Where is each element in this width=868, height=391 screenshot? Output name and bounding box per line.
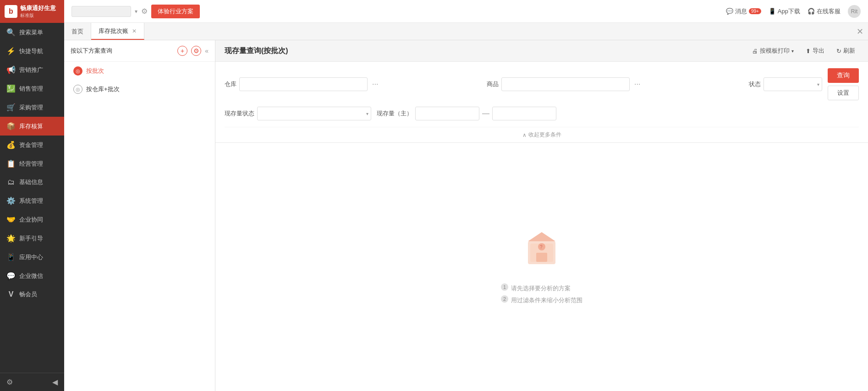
filter-row-2: 现存量状态 全部 有库存 无库存 ▾ 现存量（主） xyxy=(225,107,859,120)
status-filter-group: 状态 全部 正常 停用 ▾ xyxy=(749,77,822,91)
print-dropdown-icon[interactable]: ▾ xyxy=(791,49,794,54)
tip-number-2: 2 xyxy=(501,295,508,303)
print-template-label: 按模板打印 xyxy=(760,47,790,55)
experience-btn[interactable]: 体验行业方案 xyxy=(151,5,200,18)
print-template-btn[interactable]: 🖨 按模板打印 ▾ xyxy=(748,45,797,57)
settings-button[interactable]: 设置 xyxy=(828,86,859,100)
top-nav-right: 💬 消息 99+ 📱 App下载 🎧 在线客服 Rit xyxy=(726,5,861,18)
sidebar-item-operations[interactable]: 📋 经营管理 xyxy=(0,154,64,173)
stock-status-select-wrap: 全部 有库存 无库存 ▾ xyxy=(257,107,371,120)
sidebar-label-newbie: 新手引导 xyxy=(19,234,43,243)
collapse-sidebar-icon[interactable]: ◀ xyxy=(52,378,58,386)
sidebar-item-search[interactable]: 🔍 搜索菜单 xyxy=(0,23,64,42)
sidebar-item-wechat[interactable]: 💬 企业微信 xyxy=(0,266,64,285)
batch-plan-icon: ◎ xyxy=(73,66,82,76)
stock-qty-max-input[interactable] xyxy=(492,107,556,120)
tip-item-1: 1 请先选择要分析的方案 xyxy=(501,282,582,294)
settings-footer-icon[interactable]: ⚙ xyxy=(6,378,13,386)
warehouse-batch-plan-label: 按仓库+批次 xyxy=(86,85,120,93)
sidebar-item-basic[interactable]: 🗂 基础信息 xyxy=(0,173,64,191)
sidebar-item-enterprise[interactable]: 🤝 企业协同 xyxy=(0,210,64,229)
sidebar-label-purchase: 采购管理 xyxy=(19,103,43,112)
vip-icon: V xyxy=(6,290,16,299)
right-panel: 现存量查询(按批次) 🖨 按模板打印 ▾ ⬆ 导出 ↻ 刷新 xyxy=(215,40,868,391)
sidebar-nav: 🔍 搜索菜单 ⚡ 快捷导航 📢 营销推广 💹 销售管理 🛒 采购管理 📦 库存核… xyxy=(0,23,64,373)
refresh-btn[interactable]: ↻ 刷新 xyxy=(833,45,859,57)
user-nav-item[interactable]: Rit xyxy=(848,5,861,18)
product-input[interactable] xyxy=(501,77,630,91)
warehouse-input[interactable] xyxy=(239,77,368,91)
tip-text-1: 请先选择要分析的方案 xyxy=(511,282,571,294)
tip-number-1: 1 xyxy=(501,283,508,291)
message-badge: 99+ xyxy=(749,8,761,14)
sidebar-item-marketing[interactable]: 📢 营销推广 xyxy=(0,60,64,79)
sidebar-item-inventory[interactable]: 📦 库存核算 xyxy=(0,117,64,136)
collapse-more-btn[interactable]: ∧ 收起更多条件 xyxy=(225,127,859,142)
svg-rect-3 xyxy=(536,253,547,262)
stock-status-select[interactable]: 全部 有库存 无库存 xyxy=(257,107,371,120)
sidebar-item-appstore[interactable]: 📱 应用中心 xyxy=(0,248,64,266)
plan-by-warehouse-batch[interactable]: ◎ 按仓库+批次 xyxy=(64,80,215,98)
online-service-nav-item[interactable]: 🎧 在线客服 xyxy=(808,7,841,16)
app-download-nav-item[interactable]: 📱 App下载 xyxy=(769,7,800,16)
svg-text:?: ? xyxy=(540,244,543,250)
newbie-icon: 🌟 xyxy=(6,234,16,243)
status-label: 状态 xyxy=(749,80,761,88)
plan-by-batch[interactable]: ◎ 按批次 xyxy=(64,62,215,80)
sidebar-item-purchase[interactable]: 🛒 采购管理 xyxy=(0,98,64,117)
left-panel-collapse-icon[interactable]: « xyxy=(205,47,209,54)
sidebar-label-vip: 畅会员 xyxy=(19,290,37,299)
sales-icon: 💹 xyxy=(6,84,16,93)
left-panel-header: 按以下方案查询 + ⚙ « xyxy=(64,40,215,62)
warehouse-more-icon[interactable]: ··· xyxy=(370,80,380,88)
plan-settings-button[interactable]: ⚙ xyxy=(191,46,201,56)
search-icon: 🔍 xyxy=(6,28,16,37)
shortcut-icon: ⚡ xyxy=(6,47,16,55)
warehouse-batch-plan-icon: ◎ xyxy=(73,85,82,94)
empty-state: ? 1 请先选择要分析的方案 2 用过滤条件来缩小分析范围 xyxy=(215,143,868,391)
status-select[interactable]: 全部 正常 停用 xyxy=(764,77,822,91)
online-service-label: 在线客服 xyxy=(817,7,841,16)
top-nav: ▾ ⚙ 体验行业方案 💬 消息 99+ 📱 App下载 🎧 在线客服 Rit xyxy=(64,0,868,23)
page-header: 现存量查询(按批次) 🖨 按模板打印 ▾ ⬆ 导出 ↻ 刷新 xyxy=(215,40,868,62)
stock-qty-min-input[interactable] xyxy=(415,107,479,120)
app-download-icon: 📱 xyxy=(769,8,776,15)
search-dropdown-icon[interactable]: ▾ xyxy=(135,8,137,15)
sidebar-item-system[interactable]: ⚙️ 系统管理 xyxy=(0,191,64,210)
sidebar-item-vip[interactable]: V 畅会员 xyxy=(0,285,64,304)
search-input[interactable] xyxy=(71,6,131,17)
tab-close-icon[interactable]: ✕ xyxy=(132,28,137,34)
app-name-block: 畅康通好生意 标准版 xyxy=(20,5,56,18)
finance-icon: 💰 xyxy=(6,141,16,149)
home-tab-label: 首页 xyxy=(71,27,83,36)
sidebar-label-basic: 基础信息 xyxy=(19,178,43,186)
sidebar-item-finance[interactable]: 💰 资金管理 xyxy=(0,136,64,154)
warehouse-label: 仓库 xyxy=(225,80,236,88)
system-icon: ⚙️ xyxy=(6,196,16,205)
tab-batch-account[interactable]: 库存批次账 ✕ xyxy=(91,23,144,40)
message-nav-item[interactable]: 💬 消息 99+ xyxy=(726,7,761,16)
product-more-icon[interactable]: ··· xyxy=(632,80,642,88)
sidebar-label-appstore: 应用中心 xyxy=(19,253,43,261)
tab-home[interactable]: 首页 xyxy=(64,23,91,40)
tab-panel-close-icon[interactable]: ✕ xyxy=(857,27,863,37)
inventory-icon: 📦 xyxy=(6,122,16,130)
enterprise-icon: 🤝 xyxy=(6,215,16,224)
status-select-wrap: 全部 正常 停用 ▾ xyxy=(764,77,822,91)
sidebar-item-sales[interactable]: 💹 销售管理 xyxy=(0,79,64,98)
sidebar-label-finance: 资金管理 xyxy=(19,141,43,149)
stock-qty-separator: — xyxy=(482,109,489,118)
query-button[interactable]: 查询 xyxy=(828,68,859,83)
app-edition: 标准版 xyxy=(20,12,56,18)
nav-gear-icon[interactable]: ⚙ xyxy=(141,7,148,16)
refresh-label: 刷新 xyxy=(843,47,855,55)
sidebar-item-newbie[interactable]: 🌟 新手引导 xyxy=(0,229,64,248)
export-btn[interactable]: ⬆ 导出 xyxy=(802,45,828,57)
stock-status-filter-group: 现存量状态 全部 有库存 无库存 ▾ xyxy=(225,107,371,120)
batch-plan-label: 按批次 xyxy=(86,67,104,75)
tip-item-2: 2 用过滤条件来缩小分析范围 xyxy=(501,294,582,306)
add-plan-button[interactable]: + xyxy=(177,46,187,56)
purchase-icon: 🛒 xyxy=(6,103,16,112)
sidebar-item-shortcut[interactable]: ⚡ 快捷导航 xyxy=(0,42,64,60)
sidebar-label-wechat: 企业微信 xyxy=(19,272,43,280)
